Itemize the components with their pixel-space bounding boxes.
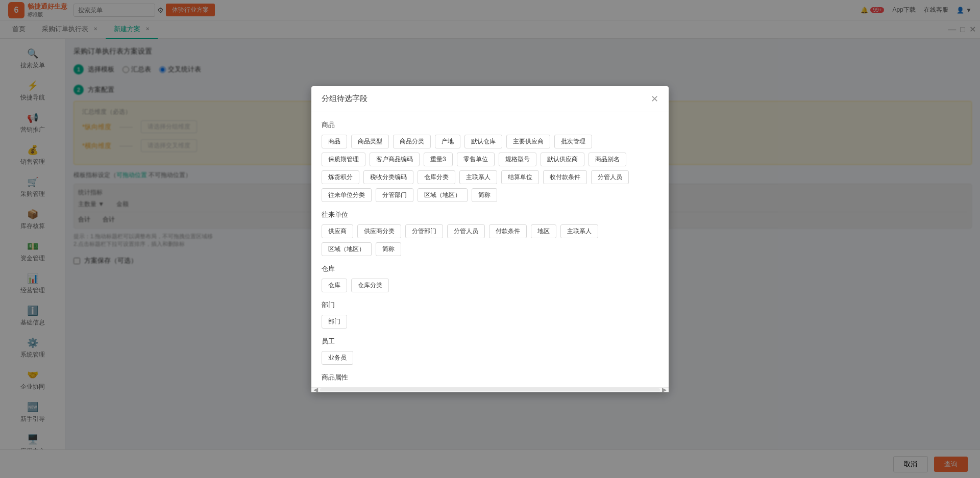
dialog-header: 分组待选字段 ✕ xyxy=(311,86,669,112)
field-grid-dept: 部门 xyxy=(322,315,658,329)
field-tag-supervisor[interactable]: 分管人员 xyxy=(591,170,629,184)
field-tag-goods-alias[interactable]: 商品别名 xyxy=(589,153,626,166)
field-tag-tax-code[interactable]: 税收分类编码 xyxy=(363,170,413,184)
field-tag-shelf-life[interactable]: 保质期管理 xyxy=(322,153,365,166)
field-tag-dept[interactable]: 部门 xyxy=(322,315,347,329)
field-tag-dept-manage[interactable]: 分管部门 xyxy=(376,188,413,202)
field-tag-customer-code[interactable]: 客户商品编码 xyxy=(370,153,420,166)
field-tag-main-supplier[interactable]: 主要供应商 xyxy=(506,135,550,148)
field-tag-settle-unit[interactable]: 结算单位 xyxy=(501,170,539,184)
field-grid-goods3: 炼货积分 税收分类编码 仓库分类 主联系人 结算单位 收付款条件 分管人员 xyxy=(322,170,658,184)
field-tag-origin[interactable]: 产地 xyxy=(435,135,460,148)
field-tag-retail-unit[interactable]: 零售单位 xyxy=(457,153,495,166)
field-tag-weight3[interactable]: 重量3 xyxy=(424,153,453,166)
field-tag-goods-type[interactable]: 商品类型 xyxy=(351,135,389,148)
field-grid-partner2: 区域（地区） 简称 xyxy=(322,242,658,256)
field-tag-supplier-cat[interactable]: 供应商分类 xyxy=(357,224,401,238)
field-tag-default-warehouse[interactable]: 默认仓库 xyxy=(464,135,502,148)
field-tag-contact-partner[interactable]: 主联系人 xyxy=(560,224,598,238)
field-grid-partner: 供应商 供应商分类 分管部门 分管人员 付款条件 地区 主联系人 xyxy=(322,224,658,238)
section-title-goods-attr: 商品属性 xyxy=(322,373,658,382)
field-grid-goods4: 往来单位分类 分管部门 区域（地区） 简称 xyxy=(322,188,658,202)
field-select-dialog: 分组待选字段 ✕ 商品 商品 商品类型 商品分类 产地 默认仓库 主要供应商 批… xyxy=(311,86,669,392)
section-title-partner: 往来单位 xyxy=(322,210,658,219)
field-tag-warehouse-cat[interactable]: 仓库分类 xyxy=(418,170,455,184)
dialog-title: 分组待选字段 xyxy=(322,94,368,104)
dialog-close-button[interactable]: ✕ xyxy=(651,93,658,105)
section-title-goods: 商品 xyxy=(322,120,658,130)
field-tag-region-partner[interactable]: 地区 xyxy=(531,224,556,238)
field-grid-goods: 商品 商品类型 商品分类 产地 默认仓库 主要供应商 批次管理 xyxy=(322,135,658,148)
field-tag-refine-points[interactable]: 炼货积分 xyxy=(322,170,359,184)
hscroll-track xyxy=(320,388,660,391)
field-tag-dept-partner[interactable]: 分管部门 xyxy=(405,224,443,238)
section-title-dept: 部门 xyxy=(322,300,658,310)
field-tag-short-name-partner[interactable]: 简称 xyxy=(376,242,401,256)
field-tag-supplier[interactable]: 供应商 xyxy=(322,224,353,238)
field-grid-employee: 业务员 xyxy=(322,351,658,365)
field-tag-transaction-cat[interactable]: 往来单位分类 xyxy=(322,188,372,202)
field-tag-salesman[interactable]: 业务员 xyxy=(322,351,353,365)
field-tag-batch[interactable]: 批次管理 xyxy=(554,135,592,148)
section-title-warehouse: 仓库 xyxy=(322,264,658,273)
dialog-hscrollbar[interactable]: ◀ ▶ xyxy=(311,387,669,392)
field-tag-pay-terms[interactable]: 付款条件 xyxy=(489,224,527,238)
field-tag-spec[interactable]: 规格型号 xyxy=(499,153,536,166)
field-tag-warehouse-category[interactable]: 仓库分类 xyxy=(351,279,389,292)
field-tag-short-name-goods[interactable]: 简称 xyxy=(472,188,497,202)
field-tag-warehouse[interactable]: 仓库 xyxy=(322,279,347,292)
field-tag-goods-category[interactable]: 商品分类 xyxy=(393,135,431,148)
field-grid-warehouse: 仓库 仓库分类 xyxy=(322,279,658,292)
field-tag-main-contact[interactable]: 主联系人 xyxy=(459,170,497,184)
field-grid-goods2: 保质期管理 客户商品编码 重量3 零售单位 规格型号 默认供应商 商品别名 xyxy=(322,153,658,166)
field-tag-region-partner2[interactable]: 区域（地区） xyxy=(322,242,372,256)
section-title-employee: 员工 xyxy=(322,337,658,346)
field-tag-goods[interactable]: 商品 xyxy=(322,135,347,148)
field-tag-region-goods[interactable]: 区域（地区） xyxy=(418,188,468,202)
field-tag-person-partner[interactable]: 分管人员 xyxy=(447,224,485,238)
field-tag-default-supplier[interactable]: 默认供应商 xyxy=(541,153,584,166)
dialog-body: 商品 商品 商品类型 商品分类 产地 默认仓库 主要供应商 批次管理 保质期管理… xyxy=(311,112,669,387)
field-tag-payment-terms[interactable]: 收付款条件 xyxy=(543,170,587,184)
